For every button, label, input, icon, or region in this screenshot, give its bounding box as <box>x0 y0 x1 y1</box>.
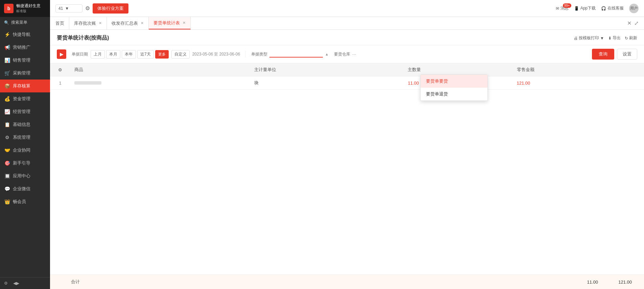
date-btn-more[interactable]: 更多 <box>155 50 169 59</box>
tab-home[interactable]: 首页 <box>55 17 69 29</box>
cell-amount: 121.00 <box>513 76 644 90</box>
sidebar-logo: b 畅捷通好生意 标准版 <box>0 0 50 17</box>
sidebar-item-label: 基础信息 <box>13 121 30 128</box>
sidebar-item-label: 销售管理 <box>13 57 30 63</box>
logo-text-block: 畅捷通好生意 标准版 <box>16 3 41 14</box>
query-button[interactable]: 查询 <box>592 49 614 60</box>
enterprise-icon: 🤝 <box>4 147 10 153</box>
topbar-settings-icon[interactable]: ⚙ <box>85 5 90 12</box>
sidebar-item-label: 经营管理 <box>13 109 30 115</box>
app-download-item[interactable]: 📱 App下载 <box>574 5 596 11</box>
cell-product <box>70 76 250 90</box>
cell-unit: 块 <box>250 76 404 90</box>
sidebar-item-system[interactable]: ⚙ 系统管理 <box>0 131 50 144</box>
tab-selector[interactable]: 41 ▼ <box>55 4 82 13</box>
sidebar-item-apps[interactable]: 🔲 应用中心 <box>0 170 50 182</box>
sidebar-item-marketing[interactable]: 📢 营销推广 <box>0 41 50 54</box>
tab-batch-account[interactable]: 库存批次账 ✕ <box>69 17 107 29</box>
warehouse-more-icon[interactable]: ··· <box>352 51 356 57</box>
sidebar-search[interactable]: 🔍 搜索菜单 <box>0 17 50 28</box>
refresh-button[interactable]: ↻ 刷新 <box>625 35 637 41</box>
messages-item[interactable]: ✉ 消息 99+ <box>556 5 569 11</box>
tab-receipt-summary-close[interactable]: ✕ <box>141 21 144 25</box>
table-area: ⚙ 商品 主计量单位 主数量 零售金额 1 块 <box>50 63 644 274</box>
warehouse-filter-group: 要货仓库 ··· <box>334 51 356 57</box>
table-header-row: ⚙ 商品 主计量单位 主数量 零售金额 <box>50 63 644 76</box>
sidebar-item-finance[interactable]: 💰 资金管理 <box>0 92 50 105</box>
print-chevron: ▼ <box>600 36 604 41</box>
dropdown-item-label: 要货单退货 <box>426 91 448 96</box>
sidebar-settings-icon[interactable]: ⚙ <box>4 281 8 286</box>
date-btn-this-year[interactable]: 本年 <box>122 50 136 59</box>
sidebar-nav: ⚡ 快捷导航 📢 营销推广 📊 销售管理 🛒 采购管理 📦 库存核算 💰 资金管… <box>0 28 50 277</box>
customer-service-item[interactable]: 🎧 在线客服 <box>601 5 624 11</box>
tabbar-close-all-icon[interactable]: ✕ <box>627 20 631 26</box>
data-table: ⚙ 商品 主计量单位 主数量 零售金额 1 块 <box>50 63 644 90</box>
footer-label: 合计 <box>54 279 128 285</box>
app-download-label: App下载 <box>580 5 596 11</box>
date-range-display: 2023-05-06 至 2023-06-06 <box>192 51 240 57</box>
refresh-label: 刷新 <box>629 35 637 41</box>
tab-order-summary-close[interactable]: ✕ <box>183 21 186 25</box>
print-button[interactable]: 🖨 按模板打印 ▼ <box>574 35 604 41</box>
col-unit-header: 主计量单位 <box>250 63 404 76</box>
date-btn-7days[interactable]: 近7天 <box>137 50 154 59</box>
sidebar-item-purchase[interactable]: 🛒 采购管理 <box>0 67 50 80</box>
customer-service-label: 在线客服 <box>607 5 624 11</box>
tabbar-expand-icon[interactable]: ⤢ <box>634 20 639 26</box>
dropdown-item-return-goods[interactable]: 要货单退货 <box>421 88 487 101</box>
cell-seq: 1 <box>50 76 70 90</box>
date-filter-group: 单据日期 上月 本月 本年 近7天 更多 自定义 2023-05-06 至 20… <box>72 50 240 59</box>
wechat-icon: 💬 <box>4 186 10 192</box>
type-select-arrow[interactable]: ▲ <box>325 52 329 56</box>
col-settings[interactable]: ⚙ <box>50 63 70 76</box>
search-icon: 🔍 <box>4 20 9 25</box>
trial-button[interactable]: 体验行业方案 <box>93 3 128 14</box>
vip-icon: 👑 <box>4 199 10 205</box>
sidebar-item-operations[interactable]: 📈 经营管理 <box>0 105 50 118</box>
sidebar-toggle-icon[interactable]: ◀▶ <box>13 281 19 286</box>
sidebar-item-label: 资金管理 <box>13 96 30 102</box>
footer-amount: 121.00 <box>606 280 640 285</box>
sidebar-item-enterprise[interactable]: 🤝 企业协同 <box>0 144 50 157</box>
page-header: 要货单统计表(按商品) 🖨 按模板打印 ▼ ⬇ 导出 ↻ 刷新 <box>50 30 644 45</box>
content-area: 要货单统计表(按商品) 🖨 按模板打印 ▼ ⬇ 导出 ↻ 刷新 ▶ <box>50 30 644 289</box>
apps-icon: 🔲 <box>4 173 10 179</box>
marketing-icon: 📢 <box>4 44 10 50</box>
filter-expand-button[interactable]: ▶ <box>57 49 66 59</box>
export-button[interactable]: ⬇ 导出 <box>608 35 621 41</box>
date-btn-last-month[interactable]: 上月 <box>91 50 105 59</box>
sidebar-item-wechat[interactable]: 💬 企业微信 <box>0 182 50 195</box>
product-placeholder <box>74 81 101 85</box>
main-area: 41 ▼ ⚙ 体验行业方案 ✉ 消息 99+ 📱 App下载 🎧 在线客服 用户 <box>50 0 644 289</box>
dropdown-item-label: 要货单要货 <box>426 79 448 84</box>
refresh-icon: ↻ <box>625 36 628 41</box>
set-button[interactable]: 设置 <box>617 49 637 60</box>
table-settings-icon[interactable]: ⚙ <box>58 67 62 72</box>
tab-order-summary[interactable]: 要货单统计表 ✕ <box>149 17 191 29</box>
sidebar-item-vip[interactable]: 👑 畅会员 <box>0 195 50 208</box>
date-label: 单据日期 <box>72 51 88 57</box>
dropdown-item-order-goods[interactable]: 要货单要货 <box>421 75 487 88</box>
sidebar-item-quick-nav[interactable]: ⚡ 快捷导航 <box>0 28 50 41</box>
sidebar-item-basic[interactable]: 📋 基础信息 <box>0 118 50 131</box>
user-avatar[interactable]: 用户 <box>629 4 639 13</box>
sidebar-item-label: 畅会员 <box>13 199 26 205</box>
tab-selector-value: 41 <box>58 6 63 11</box>
sidebar-item-sales[interactable]: 📊 销售管理 <box>0 54 50 67</box>
tab-batch-account-close[interactable]: ✕ <box>99 21 102 25</box>
table-row: 1 块 11.00 121.00 <box>50 76 644 90</box>
warehouse-label: 要货仓库 <box>334 51 350 57</box>
date-btn-this-month[interactable]: 本月 <box>106 50 120 59</box>
tab-receipt-summary[interactable]: 收发存汇总表 ✕ <box>107 17 149 29</box>
filter-action-buttons: 查询 设置 <box>592 49 637 60</box>
message-icon: ✉ <box>556 6 559 11</box>
date-btn-custom[interactable]: 自定义 <box>171 50 190 59</box>
tab-order-summary-label: 要货单统计表 <box>153 20 180 26</box>
type-select-input[interactable] <box>269 51 323 58</box>
tab-receipt-summary-label: 收发存汇总表 <box>112 20 138 26</box>
sidebar-item-guide[interactable]: 🎯 新手引导 <box>0 157 50 170</box>
tab-selector-chevron: ▼ <box>65 6 69 11</box>
col-amount-header: 零售金额 <box>513 63 644 76</box>
sidebar-item-inventory[interactable]: 📦 库存核算 <box>0 80 50 92</box>
